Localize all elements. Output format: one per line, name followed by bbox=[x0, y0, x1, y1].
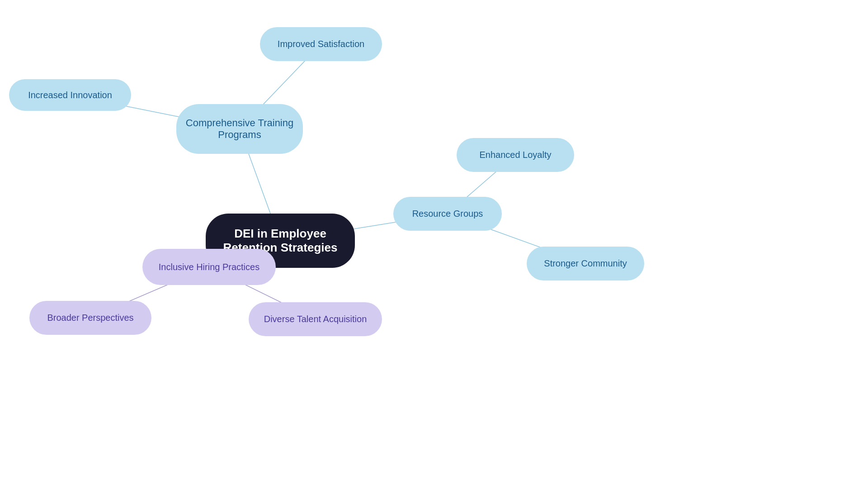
improved-satisfaction-node: Improved Satisfaction bbox=[260, 27, 382, 61]
stronger-community-node: Stronger Community bbox=[527, 247, 644, 281]
comprehensive-training-node: Comprehensive Training Programs bbox=[176, 104, 303, 154]
comprehensive-training-label: Comprehensive Training Programs bbox=[176, 117, 303, 141]
increased-innovation-label: Increased Innovation bbox=[28, 90, 112, 100]
broader-perspectives-node: Broader Perspectives bbox=[29, 301, 151, 335]
resource-groups-label: Resource Groups bbox=[412, 209, 483, 219]
diverse-talent-node: Diverse Talent Acquisition bbox=[249, 302, 382, 336]
enhanced-loyalty-label: Enhanced Loyalty bbox=[479, 150, 551, 160]
enhanced-loyalty-node: Enhanced Loyalty bbox=[457, 138, 574, 172]
resource-groups-node: Resource Groups bbox=[393, 197, 502, 231]
improved-satisfaction-label: Improved Satisfaction bbox=[278, 39, 364, 49]
increased-innovation-node: Increased Innovation bbox=[9, 79, 131, 111]
inclusive-hiring-label: Inclusive Hiring Practices bbox=[159, 262, 259, 272]
inclusive-hiring-node: Inclusive Hiring Practices bbox=[142, 249, 276, 285]
broader-perspectives-label: Broader Perspectives bbox=[47, 313, 133, 323]
stronger-community-label: Stronger Community bbox=[544, 258, 627, 269]
diverse-talent-label: Diverse Talent Acquisition bbox=[264, 314, 367, 324]
